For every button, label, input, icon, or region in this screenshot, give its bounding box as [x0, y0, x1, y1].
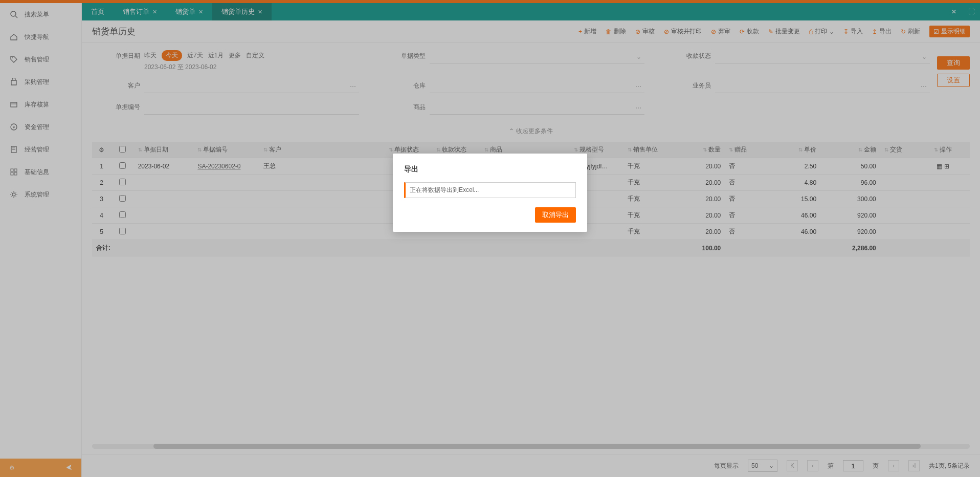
modal-title: 导出 — [404, 165, 576, 174]
modal-message: 正在将数据导出到Excel... — [404, 182, 576, 198]
export-modal: 导出 正在将数据导出到Excel... 取消导出 — [393, 154, 587, 232]
modal-overlay: 导出 正在将数据导出到Excel... 取消导出 — [0, 0, 980, 477]
cancel-export-button[interactable]: 取消导出 — [535, 207, 576, 223]
